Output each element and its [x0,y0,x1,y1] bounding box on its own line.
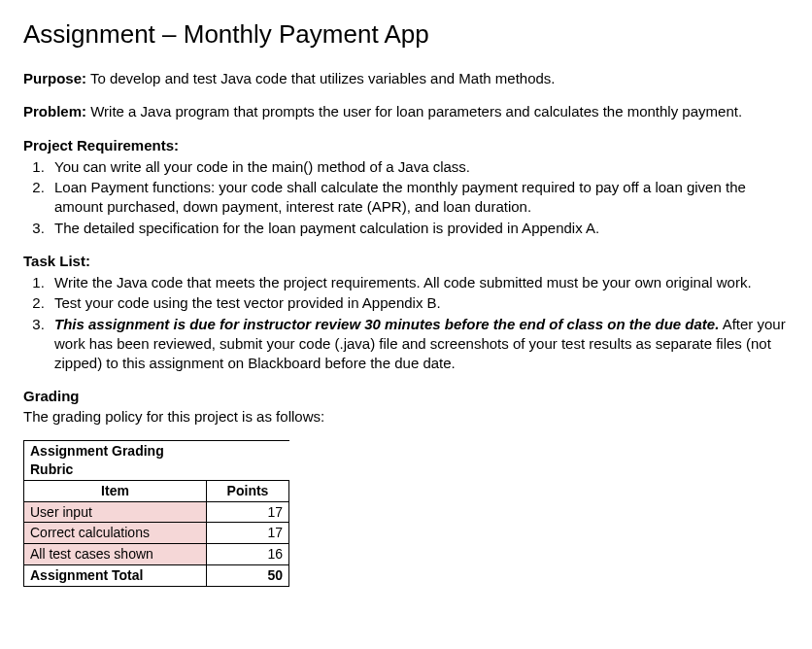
rubric-points: 17 [207,501,289,523]
grading-label: Grading [23,387,789,406]
problem-section: Problem: Write a Java program that promp… [23,102,789,121]
list-item: Loan Payment functions: your code shall … [49,178,789,218]
rubric-points: 17 [207,523,289,544]
tasks-label: Task List: [23,252,789,271]
list-item: This assignment is due for instructor re… [49,315,789,374]
grading-section: Grading The grading policy for this proj… [23,387,789,427]
rubric-table: Assignment Grading Rubric Item Points Us… [23,440,289,587]
list-item: Write the Java code that meets the proje… [49,273,789,292]
grading-text: The grading policy for this project is a… [23,407,789,427]
rubric-title: Assignment Grading Rubric [24,440,207,480]
list-item: The detailed specification for the loan … [49,219,789,238]
purpose-section: Purpose: To develop and test Java code t… [23,69,789,88]
rubric-points: 16 [207,544,289,565]
list-item: Test your code using the test vector pro… [49,293,789,313]
rubric-title-spacer [207,440,289,480]
rubric-header-points: Points [207,480,289,501]
rubric-total-points: 50 [207,565,289,587]
rubric-item: All test cases shown [24,544,207,565]
list-item: You can write all your code in the main(… [49,157,789,177]
problem-label: Problem: [23,103,86,120]
requirements-label: Project Requirements: [23,136,789,155]
requirements-list: You can write all your code in the main(… [23,157,789,238]
tasks-section: Task List: Write the Java code that meet… [23,252,789,374]
problem-text: Write a Java program that prompts the us… [86,103,742,120]
task-emphasis: This assignment is due for instructor re… [54,316,719,332]
rubric-header-item: Item [24,480,207,501]
page-title: Assignment – Monthly Payment App [23,17,789,51]
rubric-total-label: Assignment Total [24,565,207,587]
tasks-list: Write the Java code that meets the proje… [23,273,789,373]
requirements-section: Project Requirements: You can write all … [23,136,789,238]
rubric-item: Correct calculations [24,523,207,544]
purpose-label: Purpose: [23,70,86,86]
rubric-item: User input [24,501,207,523]
purpose-text: To develop and test Java code that utili… [86,70,556,86]
